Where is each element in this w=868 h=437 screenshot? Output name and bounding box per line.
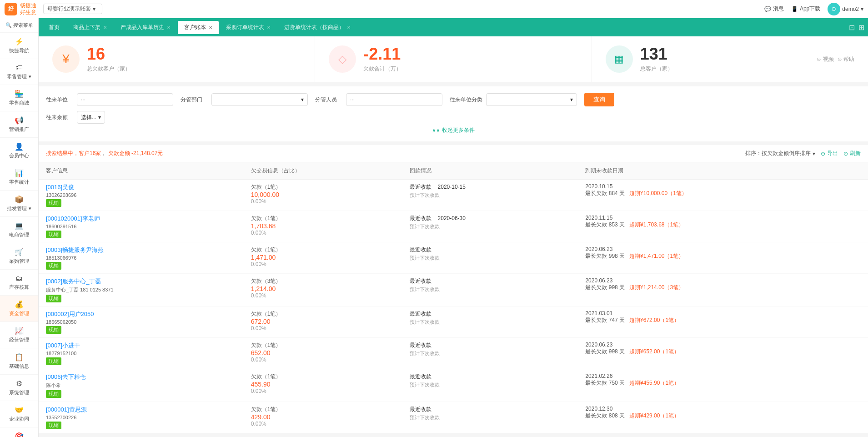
tab-customer-account-close[interactable]: ✕ — [209, 25, 212, 30]
sidebar-item-quick-nav[interactable]: ⚡ 快捷导航 — [0, 33, 38, 59]
debt-ratio-2: 0.00% — [251, 261, 395, 267]
table-row: [0006]去下粮仓 陈小希 现销 欠款（1笔） 455.90 0.00% 最近… — [39, 369, 868, 402]
tab-product-history-label: 产成品入库单历史 — [120, 24, 164, 31]
sidebar-item-finance[interactable]: 💰 资金管理 — [0, 296, 38, 322]
sidebar-item-marketing[interactable]: 📢 营销推广 — [0, 111, 38, 138]
overdue-link-3[interactable]: 超期¥1,214.00（3笔） — [629, 284, 684, 291]
overdue-days-text-2: 最长欠款 998 天 超期¥1,471.00（1笔） — [585, 252, 861, 260]
search-icon: 🔍 — [5, 22, 12, 28]
debt-amount-7: 429.00 — [251, 413, 395, 421]
sidebar-item-retail-stats[interactable]: 📊 零售统计 — [0, 164, 38, 191]
collapse-label: 收起更多条件 — [442, 126, 475, 134]
system-label: 系统管理 — [9, 389, 29, 396]
overdue-link-1[interactable]: 超期¥1,703.68（1笔） — [629, 221, 684, 228]
purchase-icon: 🛒 — [15, 248, 24, 256]
sidebar-item-ecommerce[interactable]: 💻 电商管理 — [0, 217, 38, 243]
tab-purchase-stats[interactable]: 采购订单统计表 ✕ — [220, 21, 277, 34]
tab-home[interactable]: 首页 — [42, 21, 66, 34]
membership-label: 会员中心 — [9, 152, 29, 159]
export-button[interactable]: ⊙ 导出 — [821, 150, 838, 157]
manager-input[interactable]: ··· — [346, 93, 442, 106]
balance-placeholder: 选择... — [81, 114, 96, 121]
message-btn[interactable]: 💬 消息 — [764, 5, 784, 13]
sidebar-search[interactable]: 🔍 搜索菜单 — [0, 18, 38, 33]
cell-payment-6: 最近收款 预计下次收款 — [402, 369, 578, 402]
customer-name-link-5[interactable]: [0007]小进干 — [46, 342, 80, 349]
cell-customer-0: [0016]吴俊 13026203696 现销 — [39, 180, 244, 211]
debt-customers-label: 总欠款客户（家） — [87, 65, 301, 73]
refresh-button[interactable]: ⊙ 刷新 — [843, 150, 861, 157]
manager-label: 分管人员 — [315, 96, 342, 104]
debt-amount-6: 455.90 — [251, 381, 395, 388]
tab-minimize-icon[interactable]: ⊡ — [849, 23, 855, 32]
app-download-btn[interactable]: 📱 App下载 — [791, 5, 820, 13]
tab-inbound-stats-close[interactable]: ✕ — [347, 25, 351, 30]
customer-name-link-3[interactable]: [0002]服务中心_丁磊 — [46, 278, 101, 285]
sidebar-item-operations[interactable]: 📈 经营管理 — [0, 322, 38, 348]
sidebar-item-batch-mgmt[interactable]: 📦 批发管理 ▾ — [0, 191, 38, 217]
customer-tag-5: 现销 — [46, 357, 61, 365]
sidebar-item-retail-store[interactable]: 🏪 零售商城 — [0, 85, 38, 111]
cell-payment-2: 最近收款 预计下次收款 — [402, 242, 578, 274]
user-menu[interactable]: D demo2 ▾ — [828, 3, 863, 15]
app-download-icon: 📱 — [791, 6, 798, 12]
sidebar-item-purchase[interactable]: 🛒 采购管理 — [0, 243, 38, 270]
customer-name-link-7[interactable]: [000001]黄思源 — [46, 406, 87, 413]
overdue-days-text-0: 最长欠款 884 天 超期¥10,000.00（1笔） — [585, 190, 861, 197]
balance-select[interactable]: 选择... ▾ — [77, 111, 105, 124]
dept-select[interactable]: ▾ — [211, 93, 308, 106]
cell-payment-5: 最近收款 预计下次收款 — [402, 338, 578, 369]
tab-customer-account[interactable]: 客户账本 ✕ — [178, 21, 219, 34]
tab-product-off[interactable]: 商品上下架 ✕ — [67, 21, 113, 34]
sidebar-item-membership[interactable]: 👤 会员中心 — [0, 138, 38, 164]
cell-due-4: 2021.03.01 最长欠款 747 天 超期¥672.00（1笔） — [578, 306, 868, 338]
overdue-link-4[interactable]: 超期¥672.00（1笔） — [629, 317, 679, 323]
debt-amount-3: 1,214.00 — [251, 285, 395, 292]
unit-category-select[interactable]: ▾ — [486, 93, 577, 106]
tab-inbound-stats[interactable]: 进货单统计表（按商品） ✕ — [278, 21, 357, 34]
sidebar-item-new-user[interactable]: 🎯 新手引导 — [0, 427, 38, 437]
overdue-link-2[interactable]: 超期¥1,471.00（1笔） — [629, 253, 684, 259]
collapse-filter-btn[interactable]: ∧∧ 收起更多条件 — [432, 126, 475, 134]
tab-product-history[interactable]: 产成品入库单历史 ✕ — [114, 21, 177, 34]
sort-button[interactable]: 排序：按欠款金额倒序排序 ▾ — [745, 150, 815, 157]
cell-payment-1: 最近收款 2020-06-30 预计下次收款 — [402, 211, 578, 242]
store-selector[interactable]: 母婴行业演示账套 ▾ — [43, 4, 102, 14]
help-btn[interactable]: ⊙ 帮助 — [838, 55, 854, 63]
overdue-link-6[interactable]: 超期¥455.90（1笔） — [629, 380, 679, 386]
dept-label: 分管部门 — [181, 96, 208, 104]
username: demo2 — [842, 6, 859, 12]
customer-tag-0: 现销 — [46, 199, 61, 207]
cell-customer-1: [0001020001]李老师 18600391516 现销 — [39, 211, 244, 242]
sidebar-item-basic-info[interactable]: 📋 基础信息 — [0, 348, 38, 375]
video-btn[interactable]: ⊙ 视频 — [817, 55, 833, 63]
customer-tag-2: 现销 — [46, 262, 61, 270]
customer-name-link-1[interactable]: [0001020001]李老师 — [46, 215, 100, 222]
customer-name-link-2[interactable]: [0003]畅捷服务尹海燕 — [46, 246, 104, 253]
query-button[interactable]: 查询 — [584, 93, 614, 106]
from-unit-input[interactable]: ··· — [77, 93, 173, 106]
sidebar-item-system[interactable]: ⚙ 系统管理 — [0, 375, 38, 401]
customer-name-link-4[interactable]: [000002]用户2050 — [46, 311, 94, 317]
customer-name-link-6[interactable]: [0006]去下粮仓 — [46, 373, 86, 380]
overdue-link-7[interactable]: 超期¥429.00（1笔） — [629, 412, 679, 419]
table-row: [0016]吴俊 13026203696 现销 欠款（1笔） 10,000.00… — [39, 180, 868, 211]
tab-maximize-icon[interactable]: ⊞ — [858, 23, 864, 32]
tab-product-off-close[interactable]: ✕ — [103, 25, 107, 30]
cell-debt-4: 欠款（1笔） 672.00 0.00% — [244, 306, 402, 338]
export-label: 导出 — [827, 150, 838, 157]
cell-due-7: 2020.12.30 最长欠款 808 天 超期¥429.00（1笔） — [578, 402, 868, 433]
customer-name-link-0[interactable]: [0016]吴俊 — [46, 184, 74, 191]
overdue-link-0[interactable]: 超期¥10,000.00（1笔） — [629, 190, 687, 196]
sidebar-item-enterprise-coop[interactable]: 🤝 企业协同 — [0, 401, 38, 427]
sidebar-item-retail-mgmt[interactable]: 🏷 零售管理 ▾ — [0, 59, 38, 85]
overdue-link-5[interactable]: 超期¥652.00（1笔） — [629, 348, 679, 355]
customer-sub-1: 18600391516 — [46, 224, 236, 229]
retail-stats-icon: 📊 — [15, 169, 24, 177]
tab-product-history-close[interactable]: ✕ — [167, 25, 171, 30]
sidebar-item-inventory[interactable]: 🗂 库存核算 — [0, 270, 38, 296]
filter-from-unit: 往来单位 ··· — [46, 93, 173, 106]
debt-ratio-7: 0.00% — [251, 421, 395, 427]
tab-purchase-stats-close[interactable]: ✕ — [267, 25, 271, 30]
col-payment-status: 回款情况 — [402, 162, 578, 180]
